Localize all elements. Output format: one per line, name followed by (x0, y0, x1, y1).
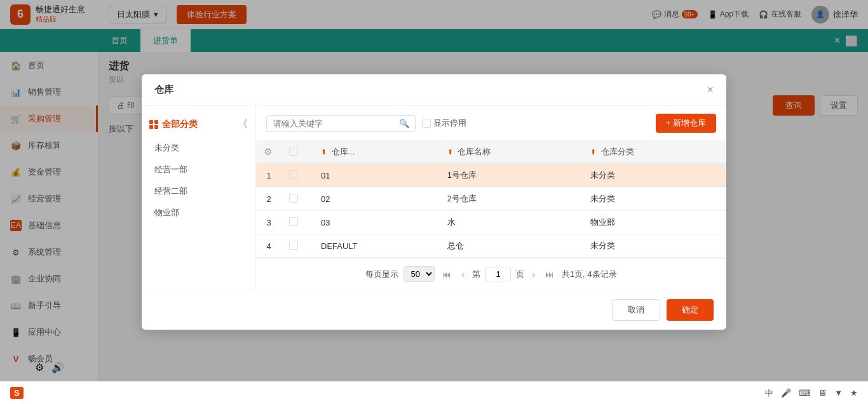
collapse-icon[interactable]: 《 (238, 118, 248, 131)
row-code: 02 (313, 187, 440, 211)
modal-header: 仓库 × (142, 74, 726, 106)
search-button[interactable]: 🔍 (394, 116, 415, 131)
sort-icon-category: ⬆ (590, 148, 596, 156)
per-page-label: 每页显示 (365, 269, 398, 280)
cancel-button[interactable]: 取消 (612, 299, 660, 321)
star-icon[interactable]: ★ (850, 388, 858, 398)
pagination: 每页显示 50 ⏮ ‹ 第 页 › ⏭ 共1页, 4条记录 (256, 258, 726, 290)
search-box: 🔍 (266, 115, 416, 132)
page-number-input[interactable] (485, 267, 511, 281)
row-checkbox[interactable] (289, 170, 298, 179)
modal-body: 全部分类 《 未分类 经营一部 经营二部 物业部 (142, 106, 726, 290)
row-checkbox-cell (281, 164, 313, 187)
modal-title: 仓库 (154, 84, 173, 96)
row-category: 未分类 (583, 187, 726, 211)
row-name: 2号仓库 (440, 187, 583, 211)
row-checkbox[interactable] (289, 241, 298, 250)
row-category: 物业部 (583, 211, 726, 234)
table-head: ⚙ ⬆ 仓库... ⬆ 仓库名称 (256, 140, 726, 164)
category-item-property[interactable]: 物业部 (142, 202, 255, 224)
show-disabled-label[interactable]: 显示停用 (422, 118, 466, 129)
table-row[interactable]: 4 DEFAULT 总仓 未分类 (256, 234, 726, 258)
row-checkbox-cell (281, 234, 313, 258)
warehouse-modal: 仓库 × 全部分类 《 未分类 经营一部 经 (142, 74, 726, 330)
row-category: 未分类 (583, 234, 726, 258)
select-all-checkbox[interactable] (289, 147, 298, 156)
table-body: 1 01 1号仓库 未分类 2 02 2号仓库 未分类 3 03 水 物业部 4 (256, 164, 726, 258)
table-row[interactable]: 2 02 2号仓库 未分类 (256, 187, 726, 211)
sort-icon-name: ⬆ (447, 148, 453, 156)
mic-icon[interactable]: 🎤 (781, 388, 791, 398)
row-checkbox[interactable] (289, 217, 298, 226)
prev-page-button[interactable]: ‹ (459, 268, 467, 281)
table-scroll: ⚙ ⬆ 仓库... ⬆ 仓库名称 (256, 140, 726, 258)
grid-icon (149, 120, 158, 129)
search-input[interactable] (267, 116, 394, 131)
th-category: ⬆ 仓库分类 (583, 140, 726, 164)
th-name: ⬆ 仓库名称 (440, 140, 583, 164)
total-info: 共1页, 4条记录 (562, 269, 617, 280)
add-warehouse-button[interactable]: + 新增仓库 (656, 114, 716, 133)
modal-footer: 取消 确定 (142, 290, 726, 330)
row-checkbox[interactable] (289, 194, 298, 203)
bottom-logo: S (10, 387, 24, 399)
page-label: 第 (472, 269, 480, 280)
sort-icon-code: ⬆ (321, 148, 327, 156)
row-num: 2 (256, 187, 281, 211)
table-header-row: ⚙ ⬆ 仓库... ⬆ 仓库名称 (256, 140, 726, 164)
th-code: ⬆ 仓库... (313, 140, 440, 164)
table-row[interactable]: 1 01 1号仓库 未分类 (256, 164, 726, 187)
row-code: DEFAULT (313, 234, 440, 258)
category-panel: 全部分类 《 未分类 经营一部 经营二部 物业部 (142, 106, 256, 290)
search-icon: 🔍 (399, 119, 410, 128)
confirm-button[interactable]: 确定 (667, 299, 714, 321)
row-name: 1号仓库 (440, 164, 583, 187)
row-num: 3 (256, 211, 281, 234)
keyboard-icon[interactable]: ⌨ (799, 388, 811, 398)
row-name: 水 (440, 211, 583, 234)
row-checkbox-cell (281, 187, 313, 211)
th-checkbox (281, 140, 313, 164)
per-page-select[interactable]: 50 (403, 266, 435, 282)
category-item-dept1[interactable]: 经营一部 (142, 159, 255, 180)
column-settings-icon[interactable]: ⚙ (264, 146, 272, 158)
bottom-bar: S 中 🎤 ⌨ 🖥 ▼ ★ (0, 381, 868, 404)
category-item-dept2[interactable]: 经营二部 (142, 180, 255, 202)
row-num: 4 (256, 234, 281, 258)
th-settings: ⚙ (256, 140, 281, 164)
row-checkbox-cell (281, 211, 313, 234)
arrow-icon[interactable]: ▼ (834, 388, 843, 398)
display-icon[interactable]: 🖥 (818, 388, 827, 398)
warehouse-table: ⚙ ⬆ 仓库... ⬆ 仓库名称 (256, 140, 726, 258)
row-category: 未分类 (583, 164, 726, 187)
bottom-left: S (10, 387, 24, 399)
first-page-button[interactable]: ⏮ (440, 268, 454, 281)
modal-close-button[interactable]: × (707, 83, 714, 97)
category-title: 全部分类 (149, 119, 198, 130)
chinese-icon[interactable]: 中 (765, 387, 773, 399)
category-header: 全部分类 《 (142, 114, 255, 137)
row-code: 03 (313, 211, 440, 234)
show-disabled-checkbox[interactable] (422, 119, 431, 128)
row-num: 1 (256, 164, 281, 187)
last-page-button[interactable]: ⏭ (543, 268, 557, 281)
row-name: 总仓 (440, 234, 583, 258)
table-toolbar: 🔍 显示停用 + 新增仓库 (256, 106, 726, 140)
category-item-unclassified[interactable]: 未分类 (142, 137, 255, 159)
next-page-button[interactable]: › (529, 268, 538, 281)
row-code: 01 (313, 164, 440, 187)
page-suffix: 页 (516, 269, 524, 280)
bottom-right: 中 🎤 ⌨ 🖥 ▼ ★ (765, 387, 858, 399)
table-row[interactable]: 3 03 水 物业部 (256, 211, 726, 234)
table-panel: 🔍 显示停用 + 新增仓库 ⚙ (256, 106, 726, 290)
